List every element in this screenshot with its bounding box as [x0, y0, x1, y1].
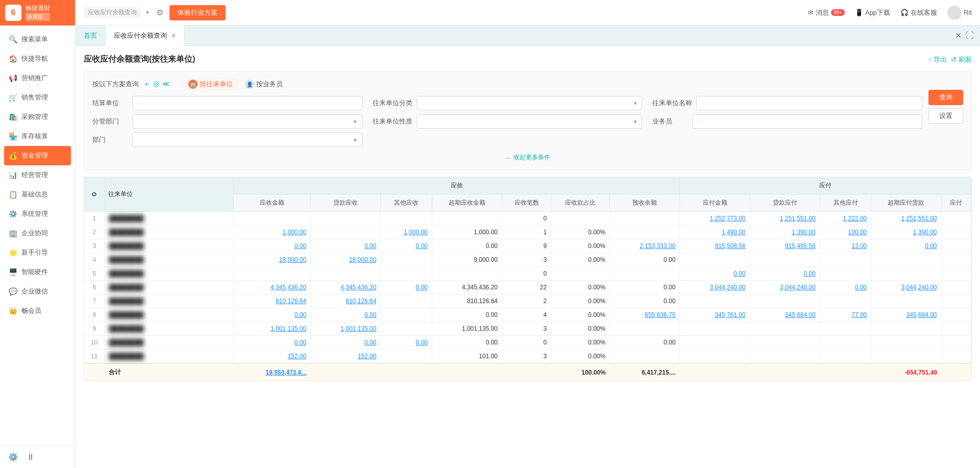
nav-by-partner[interactable]: 🏢 按往来单位 [182, 78, 239, 91]
sidebar-item-search[interactable]: 🔍 搜索菜单 [0, 30, 75, 49]
row-ap-loan[interactable] [750, 350, 820, 364]
user-profile[interactable]: Rit [947, 6, 972, 20]
nav-by-salesman[interactable]: 👤 按业务员 [239, 78, 289, 91]
sidebar-item-hardware[interactable]: 🖥️ 智能硬件 [0, 262, 75, 282]
row-ap-loan[interactable]: 3,044,240.00 [750, 281, 820, 294]
tab-expand-icon[interactable]: ⛶ [966, 31, 974, 40]
row-ar-other[interactable]: 0.00 [381, 239, 432, 253]
row-ar-prepaid[interactable]: 2,153,333.00 [610, 239, 680, 253]
row-ap-loan[interactable]: 1,390.00 [750, 226, 820, 239]
dept-input[interactable]: ▼ [132, 114, 362, 129]
row-ar-amount[interactable]: 1,000.00 [233, 226, 310, 239]
row-ar-loan[interactable] [311, 267, 381, 281]
target-icon[interactable]: ◎ [153, 80, 159, 89]
table-scroll[interactable]: ⚙ 往来单位 应收 应付 应收金额 贷款应收 其他应收 超期应收金额 [84, 177, 971, 381]
row-ar-amount[interactable]: 152.00 [233, 350, 310, 364]
row-ar-loan[interactable]: 810,126.64 [311, 294, 381, 308]
tab-home[interactable]: 首页 [76, 26, 106, 46]
sidebar-item-basic-info[interactable]: 📋 基础信息 [0, 185, 75, 204]
row-ap-overdue[interactable]: 1,251,551.00 [871, 212, 941, 226]
row-ap-overdue[interactable]: 345,684.00 [871, 308, 941, 322]
sidebar-collapse-icon[interactable]: ⏸ [27, 453, 35, 462]
row-ap-other[interactable]: 13.00 [820, 239, 871, 253]
row-ar-other[interactable] [381, 253, 432, 267]
row-ap-other[interactable]: 100.00 [820, 226, 871, 239]
arrows-icon[interactable]: ≪ [162, 80, 170, 89]
row-ar-amount[interactable]: 810,126.64 [233, 294, 310, 308]
partner-name-input[interactable] [696, 96, 922, 110]
row-ar-other[interactable] [381, 267, 432, 281]
row-ap-other[interactable]: 77.00 [820, 308, 871, 322]
row-ap-overdue[interactable] [871, 267, 941, 281]
row-ar-other[interactable] [381, 350, 432, 364]
row-ar-amount[interactable]: 0.00 [233, 308, 310, 322]
row-ap-overdue[interactable]: 1,390.00 [871, 226, 941, 239]
sidebar-item-guide[interactable]: 🌟 新手引导 [0, 243, 75, 262]
row-ap-loan[interactable] [750, 253, 820, 267]
collapse-btn[interactable]: ︿ 收起更多条件 [505, 153, 550, 162]
customer-service-action[interactable]: 🎧 在线客服 [900, 8, 937, 17]
row-ap-amount[interactable] [680, 336, 750, 350]
row-ap-amount[interactable] [680, 253, 750, 267]
tab-close-icon[interactable]: ✕ [171, 32, 176, 39]
tab-minimize-icon[interactable]: ✕ [955, 31, 962, 40]
message-action[interactable]: ✉ 消息 99+ [808, 8, 845, 17]
settlement-input[interactable]: ··· [132, 96, 362, 110]
row-ar-loan[interactable] [311, 212, 381, 226]
row-ap-other[interactable] [820, 350, 871, 364]
row-ap-overdue[interactable] [871, 294, 941, 308]
row-ar-other[interactable]: 0.00 [381, 336, 432, 350]
row-ar-loan[interactable]: 4,345,436.20 [311, 281, 381, 294]
row-ar-loan[interactable]: 0.00 [311, 308, 381, 322]
row-ap-other[interactable]: 1,222.00 [820, 212, 871, 226]
sidebar-item-system[interactable]: ⚙️ 系统管理 [0, 204, 75, 224]
row-ar-amount[interactable]: 1,001,135.00 [233, 322, 310, 336]
partner-nature-input[interactable]: ▼ [416, 114, 643, 129]
row-ap-overdue[interactable] [871, 336, 941, 350]
row-ap-amount[interactable]: 0.00 [680, 267, 750, 281]
partner-category-input[interactable]: ▼ [416, 96, 643, 110]
row-ar-other[interactable] [381, 308, 432, 322]
row-ap-amount[interactable]: 345,761.00 [680, 308, 750, 322]
setting-button[interactable]: 设置 [928, 108, 963, 124]
row-ap-overdue[interactable] [871, 350, 941, 364]
industry-btn[interactable]: 体验行业方案 [169, 5, 226, 20]
sidebar-item-inventory[interactable]: 🏪 库存核算 [0, 127, 75, 146]
sidebar-item-sales[interactable]: 🛒 销售管理 [0, 88, 75, 107]
row-ar-loan[interactable]: 18,000.00 [311, 253, 381, 267]
row-ar-amount[interactable]: 4,345,436.20 [233, 281, 310, 294]
row-ar-amount[interactable]: 0.00 [233, 239, 310, 253]
row-ap-loan[interactable]: 0.00 [750, 267, 820, 281]
row-ap-other[interactable] [820, 322, 871, 336]
sidebar-item-marketing[interactable]: 📢 营销推广 [0, 68, 75, 88]
row-ar-loan[interactable] [311, 226, 381, 239]
row-ap-amount[interactable]: 3,044,240.00 [680, 281, 750, 294]
header-gear-icon[interactable]: ⚙ [156, 8, 163, 17]
row-ap-other[interactable] [820, 294, 871, 308]
salesman-input[interactable]: ··· [692, 114, 922, 129]
row-ap-amount[interactable] [680, 294, 750, 308]
row-ap-amount[interactable] [680, 350, 750, 364]
row-ar-prepaid[interactable]: 655,636.75 [610, 308, 680, 322]
row-ap-loan[interactable] [750, 322, 820, 336]
row-ap-loan[interactable] [750, 294, 820, 308]
sidebar-item-enterprise[interactable]: 🏢 企业协同 [0, 224, 75, 243]
sidebar-item-member[interactable]: 👑 畅会员 [0, 301, 75, 321]
row-ar-other[interactable]: 1,000.00 [381, 226, 432, 239]
app-download-action[interactable]: 📱 App下载 [855, 8, 890, 17]
row-ar-amount[interactable] [233, 267, 310, 281]
export-btn[interactable]: ↑ 导出 [928, 55, 947, 64]
row-ap-loan[interactable] [750, 336, 820, 350]
row-ar-other[interactable]: 0.00 [381, 281, 432, 294]
sidebar-item-purchase[interactable]: 🛍️ 采购管理 [0, 107, 75, 127]
row-ap-loan[interactable]: 915,495.56 [750, 239, 820, 253]
row-ap-other[interactable] [820, 253, 871, 267]
row-ar-loan[interactable]: 0.00 [311, 336, 381, 350]
refresh-btn[interactable]: ↺ 刷新 [951, 55, 972, 64]
row-ar-amount[interactable] [233, 212, 310, 226]
row-ap-other[interactable] [820, 267, 871, 281]
row-ap-other[interactable]: 0.00 [820, 281, 871, 294]
row-ap-amount[interactable]: 1,252,773.00 [680, 212, 750, 226]
row-ar-amount[interactable]: 0.00 [233, 336, 310, 350]
row-ap-loan[interactable]: 345,684.00 [750, 308, 820, 322]
